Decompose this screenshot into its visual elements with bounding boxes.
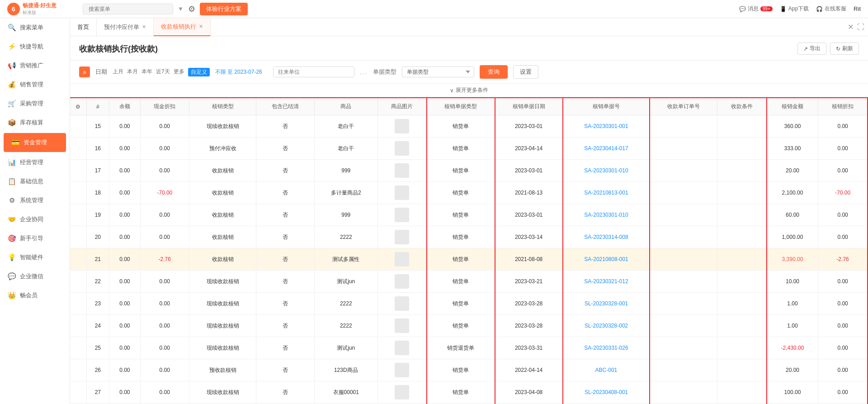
td-cancel-receipt-no-12[interactable]: SL-20230408-001 [563, 381, 650, 404]
message-label: 消息 [748, 5, 759, 13]
date-this-year[interactable]: 本年 [142, 68, 152, 76]
sidebar-item-enterprise[interactable]: 🤝 企业协同 [0, 210, 70, 229]
product-thumbnail-8 [395, 296, 409, 311]
td-cancel-receipt-date-8: 2023-03-28 [495, 293, 563, 315]
date-this-month[interactable]: 本月 [127, 68, 138, 76]
app-download-btn[interactable]: 📱 App下载 [780, 5, 809, 13]
date-more[interactable]: 更多 [174, 68, 184, 76]
td-receipt-condition-4 [717, 204, 767, 226]
td-num-10: 25 [86, 337, 109, 359]
table-row: 16 0.00 0.00 预付冲应收 否 老白干 销货单 2023-04-14 … [70, 138, 868, 160]
from-unit-input[interactable] [273, 67, 354, 77]
sidebar-item-sales[interactable]: 💰 销售管理 [0, 75, 70, 94]
dropdown-arrow-icon[interactable]: ▼ [178, 5, 184, 12]
product-thumbnail-4 [395, 208, 409, 222]
td-settings-9[interactable] [70, 315, 86, 337]
receipt-type-select[interactable]: 单据类型 [402, 67, 474, 77]
user-name[interactable]: Rit [854, 5, 861, 12]
td-cancel-discount-10: 0.00 [818, 337, 868, 359]
td-cancel-receipt-no-7[interactable]: SA-20230321-012 [563, 271, 650, 293]
td-settings-7[interactable] [70, 271, 86, 293]
td-cancel-receipt-date-5: 2023-03-14 [495, 226, 563, 248]
sidebar-item-system[interactable]: ⚙ 系统管理 [0, 191, 70, 210]
td-settings-0[interactable] [70, 115, 86, 138]
expand-more-btn[interactable]: ∨ 展开更多条件 [450, 86, 488, 94]
tab-home[interactable]: 首页 [70, 18, 97, 36]
sidebar-item-newbie[interactable]: 🎯 新手引导 [0, 229, 70, 248]
td-settings-2[interactable] [70, 160, 86, 182]
td-product-img-8 [377, 293, 427, 315]
td-num-4: 19 [86, 204, 109, 226]
td-cancel-receipt-no-0[interactable]: SA-20230301-001 [563, 115, 650, 138]
sidebar-item-inventory[interactable]: 📦 库存核算 [0, 113, 70, 132]
sidebar-label-member: 畅会员 [20, 291, 38, 299]
sidebar-item-basic[interactable]: 📋 基础信息 [0, 172, 70, 191]
tab-home-label: 首页 [77, 23, 89, 31]
sidebar-item-purchase[interactable]: 🛒 采购管理 [0, 94, 70, 113]
tab-prepay-close-icon[interactable]: ✕ [142, 24, 146, 30]
tab-collection-close-icon[interactable]: ✕ [199, 24, 203, 29]
td-settings-12[interactable] [70, 381, 86, 404]
td-cancel-receipt-no-3[interactable]: SA-20210813-001 [563, 182, 650, 204]
smarthw-icon: 💡 [7, 253, 16, 261]
filter-expand-arrow[interactable]: » [79, 67, 90, 77]
export-button[interactable]: ↗ 导出 [797, 43, 826, 55]
td-cancel-receipt-date-2: 2023-03-01 [495, 160, 563, 182]
td-balance-6: 0.00 [109, 248, 140, 271]
date-last-month[interactable]: 上月 [113, 68, 123, 76]
sidebar-item-operation[interactable]: 📊 经营管理 [0, 153, 70, 172]
td-cancel-receipt-no-9[interactable]: SL-20230328-002 [563, 315, 650, 337]
sidebar-item-member[interactable]: 👑 畅会员 [0, 286, 70, 305]
td-settings-4[interactable] [70, 204, 86, 226]
td-balance-9: 0.00 [109, 315, 140, 337]
setting-button[interactable]: 设置 [513, 65, 538, 79]
td-settings-10[interactable] [70, 337, 86, 359]
sidebar-item-quick-nav[interactable]: ⚡ 快捷导航 [0, 37, 70, 56]
td-cancel-receipt-no-10[interactable]: SA-20230331-026 [563, 337, 650, 359]
tab-collection[interactable]: 收款核销执行 ✕ [154, 18, 211, 36]
sidebar-item-wechat[interactable]: 💬 企业微信 [0, 267, 70, 286]
td-settings-11[interactable] [70, 359, 86, 381]
table-area[interactable]: ⚙ # 余额 现金折扣 核销类型 包含已结清 商品 商品图片 核销单据类型 核销… [70, 97, 868, 404]
td-cancel-receipt-no-2[interactable]: SA-20230301-010 [563, 160, 650, 182]
td-settings-1[interactable] [70, 138, 86, 160]
sidebar-item-marketing[interactable]: 📢 营销推广 [0, 56, 70, 75]
td-cancel-receipt-no-1[interactable]: SA-20230414-017 [563, 138, 650, 160]
query-button[interactable]: 查询 [480, 65, 508, 79]
td-product-img-0 [377, 115, 427, 138]
td-cancel-amount-11: 20.00 [767, 359, 818, 381]
sidebar-item-smart-hw[interactable]: 💡 智能硬件 [0, 248, 70, 267]
sidebar-item-finance[interactable]: 💳 资金管理 [4, 133, 66, 152]
industry-solution-button[interactable]: 体验行业方案 [200, 3, 248, 15]
search-input[interactable] [83, 4, 173, 14]
td-cancel-receipt-no-4[interactable]: SA-20230301-010 [563, 204, 650, 226]
td-cancel-receipt-no-8[interactable]: SL-20230328-001 [563, 293, 650, 315]
td-settings-5[interactable] [70, 226, 86, 248]
table-header-row: ⚙ # 余额 现金折扣 核销类型 包含已结清 商品 商品图片 核销单据类型 核销… [70, 98, 868, 115]
td-cancel-receipt-no-11[interactable]: ABC-001 [563, 359, 650, 381]
sidebar-item-search[interactable]: 🔍 搜索菜单 [0, 18, 70, 37]
date-custom-btn[interactable]: 自定义 [188, 68, 210, 76]
message-btn[interactable]: 💬 消息 99+ [739, 5, 773, 13]
tab-maximize-icon[interactable]: ⛶ [857, 23, 864, 31]
td-include-settled-0: 否 [256, 115, 314, 138]
td-settings-8[interactable] [70, 293, 86, 315]
td-cancel-receipt-date-12: 2023-04-08 [495, 381, 563, 404]
td-settings-6[interactable] [70, 248, 86, 271]
tab-bar-right: ✕ ⛶ [848, 23, 868, 31]
online-service-btn[interactable]: 🎧 在线客服 [816, 5, 846, 13]
refresh-button[interactable]: ↻ 刷新 [830, 43, 859, 55]
td-cancel-discount-9: 0.00 [818, 315, 868, 337]
td-settings-3[interactable] [70, 182, 86, 204]
top-bar: 6 畅捷通·好生意 标准版 ▼ ⚙ 体验行业方案 💬 消息 99+ 📱 App下… [0, 0, 868, 18]
tab-prepay[interactable]: 预付冲应付单 ✕ [97, 18, 154, 36]
settings-gear-icon[interactable]: ⚙ [188, 4, 195, 14]
td-product-0: 老白干 [314, 115, 377, 138]
td-cancel-discount-0: 0.00 [818, 115, 868, 138]
td-balance-2: 0.00 [109, 160, 140, 182]
td-cancel-receipt-no-6[interactable]: SA-20210808-001 [563, 248, 650, 271]
date-7days[interactable]: 近7天 [156, 68, 170, 76]
tab-close-window-icon[interactable]: ✕ [848, 23, 854, 31]
th-settings[interactable]: ⚙ [70, 98, 86, 115]
td-cancel-receipt-no-5[interactable]: SA-20230314-008 [563, 226, 650, 248]
